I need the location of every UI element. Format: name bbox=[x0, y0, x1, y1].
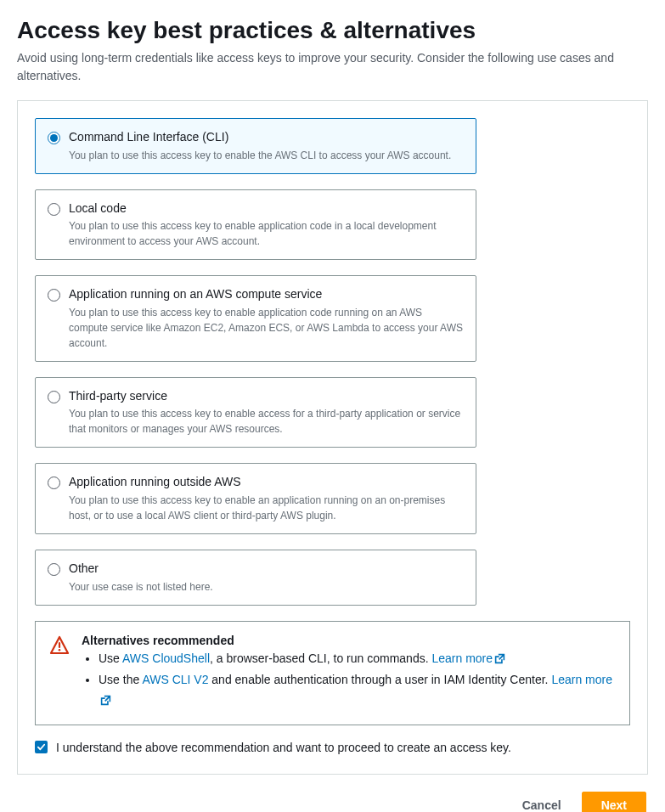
option-third-party[interactable]: Third-party service You plan to use this… bbox=[35, 377, 476, 448]
svg-point-1 bbox=[59, 649, 61, 651]
page-title: Access key best practices & alternatives bbox=[17, 17, 648, 44]
radio-icon bbox=[48, 132, 60, 144]
alert-item-cliv2: Use the AWS CLI V2 and enable authentica… bbox=[99, 670, 616, 713]
page-subtitle: Avoid using long-term credentials like a… bbox=[17, 49, 648, 85]
option-local-code[interactable]: Local code You plan to use this access k… bbox=[35, 189, 476, 261]
radio-icon bbox=[48, 476, 60, 489]
option-title: Application running outside AWS bbox=[69, 474, 464, 491]
option-title: Third-party service bbox=[69, 388, 464, 405]
option-desc: You plan to use this access key to enabl… bbox=[69, 493, 464, 523]
option-desc: You plan to use this access key to enabl… bbox=[69, 218, 464, 249]
option-aws-compute[interactable]: Application running on an AWS compute se… bbox=[35, 275, 476, 362]
link-cloudshell[interactable]: AWS CloudShell bbox=[122, 651, 210, 665]
alert-title: Alternatives recommended bbox=[82, 634, 616, 647]
external-link-icon bbox=[100, 692, 111, 713]
option-title: Application running on an AWS compute se… bbox=[69, 286, 464, 303]
alternatives-alert: Alternatives recommended Use AWS CloudSh… bbox=[35, 621, 630, 725]
confirm-checkbox-row[interactable]: I understand the above recommendation an… bbox=[35, 739, 630, 757]
option-outside-aws[interactable]: Application running outside AWS You plan… bbox=[35, 463, 476, 534]
confirm-label: I understand the above recommendation an… bbox=[56, 739, 511, 757]
checkbox-icon bbox=[35, 741, 48, 753]
footer-actions: Cancel Next bbox=[17, 792, 648, 812]
radio-icon bbox=[48, 563, 60, 576]
radio-icon bbox=[48, 289, 60, 302]
external-link-icon bbox=[494, 651, 505, 671]
radio-icon bbox=[48, 391, 60, 403]
options-panel: Command Line Interface (CLI) You plan to… bbox=[17, 100, 648, 775]
option-other[interactable]: Other Your use case is not listed here. bbox=[35, 550, 476, 606]
option-desc: You plan to use this access key to enabl… bbox=[69, 305, 464, 351]
option-desc: Your use case is not listed here. bbox=[69, 579, 464, 595]
warning-icon bbox=[49, 635, 70, 713]
link-learn-more[interactable]: Learn more bbox=[431, 651, 505, 665]
cancel-button[interactable]: Cancel bbox=[514, 793, 570, 812]
next-button[interactable]: Next bbox=[582, 792, 646, 812]
option-desc: You plan to use this access key to enabl… bbox=[69, 406, 464, 437]
option-cli[interactable]: Command Line Interface (CLI) You plan to… bbox=[35, 118, 476, 174]
option-desc: You plan to use this access key to enabl… bbox=[69, 148, 464, 163]
radio-icon bbox=[48, 203, 60, 216]
alert-item-cloudshell: Use AWS CloudShell, a browser-based CLI,… bbox=[99, 649, 616, 671]
option-title: Other bbox=[69, 561, 464, 578]
link-cliv2[interactable]: AWS CLI V2 bbox=[142, 673, 208, 686]
option-title: Command Line Interface (CLI) bbox=[69, 129, 464, 146]
option-title: Local code bbox=[69, 200, 464, 217]
